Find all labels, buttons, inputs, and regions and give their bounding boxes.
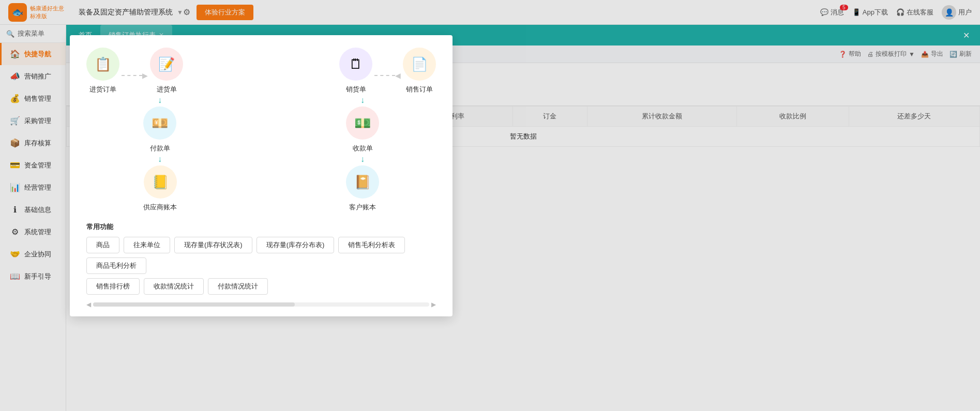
popup-dialog: 📋 进货订单 ▶ 📝 进货单 [70, 35, 453, 316]
supplier-account-label: 供应商账本 [143, 203, 177, 212]
customer-account-icon: 📔 [346, 165, 379, 199]
arrow-h1: ▶ [122, 71, 148, 94]
popup-scrollbar: ◀ ▶ [86, 301, 436, 308]
flow-node-sales-bill[interactable]: 🗒 销货单 [339, 48, 372, 94]
func-btn-product-profit[interactable]: 商品毛利分析 [86, 257, 146, 274]
purchase-bill-icon: 📝 [150, 48, 183, 81]
flow-node-supplier-account[interactable]: 📒 供应商账本 [143, 165, 177, 212]
func-btn-sales-profit[interactable]: 销售毛利分析表 [338, 237, 405, 253]
receipt-bill-label: 收款单 [353, 144, 373, 153]
flow-node-customer-account[interactable]: 📔 客户账本 [346, 165, 379, 212]
func-btn-stock-dist[interactable]: 现存量(库存分布表) [257, 237, 335, 253]
flow-node-payment-bill[interactable]: 💴 付款单 [143, 106, 176, 153]
arrow-h2: ◀ [374, 71, 401, 94]
supplier-account-icon: 📒 [144, 165, 177, 199]
func-grid-row2: 销售排行榜 收款情况统计 付款情况统计 [86, 278, 436, 295]
scroll-left-icon[interactable]: ◀ [86, 301, 91, 308]
flow-node-purchase-bill[interactable]: 📝 进货单 [150, 48, 183, 94]
flow-node-sales-order[interactable]: 📄 销售订单 [403, 48, 436, 94]
func-btn-payment-stats[interactable]: 付款情况统计 [208, 278, 268, 295]
popup-overlay[interactable]: 📋 进货订单 ▶ 📝 进货单 [0, 0, 980, 411]
func-btn-sales-rank[interactable]: 销售排行榜 [86, 278, 140, 295]
flow-node-receipt-bill[interactable]: 💵 收款单 [346, 106, 379, 153]
scrollbar-thumb [93, 302, 295, 307]
func-btn-counterpart[interactable]: 往来单位 [124, 237, 170, 253]
func-btn-stock-status[interactable]: 现存量(库存状况表) [174, 237, 252, 253]
purchase-order-icon: 📋 [86, 48, 119, 81]
receipt-bill-icon: 💵 [346, 106, 379, 140]
scrollbar-track[interactable] [93, 302, 429, 307]
sales-bill-label: 销货单 [346, 85, 366, 94]
purchase-bill-label: 进货单 [157, 85, 177, 94]
common-functions-title: 常用功能 [86, 222, 436, 232]
arrow-v-payment: ↓ [158, 155, 162, 163]
arrow-v-sales: ↓ [360, 96, 365, 104]
func-btn-product[interactable]: 商品 [86, 237, 119, 253]
payment-bill-label: 付款单 [150, 144, 170, 153]
arrow-v-receipt: ↓ [360, 155, 365, 163]
sales-order-icon: 📄 [403, 48, 436, 81]
payment-bill-icon: 💴 [143, 106, 176, 140]
func-btn-receipt-stats[interactable]: 收款情况统计 [144, 278, 204, 295]
common-functions: 常用功能 商品 往来单位 现存量(库存状况表) 现存量(库存分布表) 销售毛利分… [86, 222, 436, 295]
func-grid-row1: 商品 往来单位 现存量(库存状况表) 现存量(库存分布表) 销售毛利分析表 商品… [86, 237, 436, 274]
customer-account-label: 客户账本 [349, 203, 376, 212]
sales-order-label: 销售订单 [406, 85, 433, 94]
arrow-v-purchase: ↓ [158, 96, 162, 104]
sales-bill-icon: 🗒 [339, 48, 372, 81]
scroll-right-icon[interactable]: ▶ [431, 301, 436, 308]
flow-node-purchase-order[interactable]: 📋 进货订单 [86, 48, 119, 94]
purchase-order-label: 进货订单 [89, 85, 116, 94]
